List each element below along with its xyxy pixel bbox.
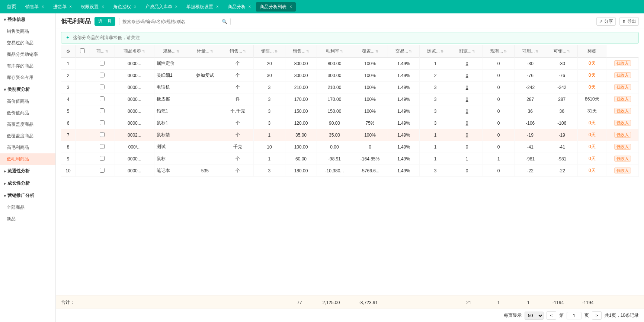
sidebar-item-category-rate[interactable]: 商品分类助销率 [0,49,55,60]
nav-item-permissions[interactable]: 权限设置 × [77,2,108,12]
sidebar-group-growth[interactable]: ▸ 成长性分析 [0,177,55,189]
sidebar-item-high-coverage[interactable]: 高覆盖度商品 [0,119,55,130]
row-checkbox[interactable] [90,141,115,153]
row-select-checkbox[interactable] [100,96,105,101]
sidebar-group-category[interactable]: ▾ 类别度分析 [0,83,55,96]
row-views1[interactable]: 0 [451,58,483,70]
close-icon[interactable]: × [289,4,292,9]
nav-item-home[interactable]: 首页 [3,2,20,12]
nav-item-purchase[interactable]: 进货单 × [49,2,76,12]
sidebar-item-low-value[interactable]: 低价值商品 [0,107,55,119]
row-views1[interactable]: 1 [451,153,483,165]
sidebar-group-circulation[interactable]: ▸ 流通性分析 [0,165,55,177]
share-button[interactable]: ↗ 分享 [596,17,616,26]
row-actions[interactable] [76,165,90,177]
row-checkbox[interactable] [90,70,115,82]
date-filter-button[interactable]: 近一月 [94,17,115,26]
row-current-stock: -19 [515,129,546,141]
data-table: ⚙ 商...⇅ 商品名称⇅ 规格...⇅ 计量...⇅ 销售...⇅ 销售...… [61,45,639,177]
row-sales-price: 170.00 [285,93,317,105]
search-input[interactable] [122,19,222,24]
row-code: 0000... [115,82,154,93]
sidebar-item-low-coverage[interactable]: 低覆盖度商品 [0,130,55,142]
prev-page-button[interactable]: ＜ [547,311,556,320]
row-select-checkbox[interactable] [100,156,105,161]
row-select-checkbox[interactable] [100,132,105,137]
row-select-checkbox[interactable] [100,61,105,66]
row-actions[interactable] [76,117,90,129]
search-icon[interactable]: 🔍 [222,19,227,24]
row-select-checkbox[interactable] [100,168,105,173]
row-select-checkbox[interactable] [100,120,105,125]
sidebar-item-traded-goods[interactable]: 交易过的商品 [0,37,55,49]
row-select-checkbox[interactable] [100,85,105,89]
row-select-checkbox[interactable] [100,108,105,113]
nav-item-analysis[interactable]: 商品分析 × [224,2,255,12]
row-checkbox[interactable] [90,93,115,105]
row-select-checkbox[interactable] [100,73,105,77]
sidebar-item-new-goods[interactable]: 新品 [0,213,55,225]
row-actions[interactable] [76,153,90,165]
row-actions[interactable] [76,70,90,82]
row-coverage: 1.49% [388,165,420,177]
row-available: -242 [546,82,578,93]
row-actions[interactable] [76,93,90,105]
col-checkbox[interactable] [76,45,90,58]
row-checkbox[interactable] [90,117,115,129]
close-icon[interactable]: × [102,4,104,9]
row-views1[interactable]: 0 [451,165,483,177]
row-code: 000/... [115,141,154,153]
row-checkbox[interactable] [90,153,115,165]
row-actions[interactable] [76,105,90,117]
share-icon: ↗ [599,19,603,24]
sidebar-item-stock-funds[interactable]: 库存资金占用 [0,72,55,83]
close-icon[interactable]: × [216,4,219,9]
nav-item-roles[interactable]: 角色授权 × [109,2,140,12]
col-settings[interactable]: ⚙ [61,45,76,58]
sidebar-group-marketing[interactable]: ▾ 营销推广分析 [0,189,55,202]
close-icon[interactable]: × [175,4,177,9]
sidebar-item-stocked-goods[interactable]: 有库存的商品 [0,60,55,72]
row-views1[interactable]: 0 [451,129,483,141]
close-icon[interactable]: × [42,4,44,9]
row-views1[interactable]: 0 [451,105,483,117]
row-views1[interactable]: 0 [451,93,483,105]
nav-item-analysis-list[interactable]: 商品分析列表 × [256,2,296,12]
select-all-checkbox[interactable] [80,48,85,53]
sidebar-item-high-value[interactable]: 高价值商品 [0,96,55,107]
row-available: -19 [546,129,578,141]
table-container[interactable]: ⚙ 商...⇅ 商品名称⇅ 规格...⇅ 计量...⇅ 销售...⇅ 销售...… [56,45,644,296]
close-icon[interactable]: × [248,4,251,9]
nav-item-products[interactable]: 产成品入库单 × [142,2,182,12]
row-checkbox[interactable] [90,58,115,70]
sidebar-item-sales-goods[interactable]: 销售类商品 [0,26,55,37]
row-tag: 低收入 [606,117,639,129]
row-views1[interactable]: 0 [451,117,483,129]
sidebar-item-high-margin[interactable]: 高毛利商品 [0,142,55,153]
total-current-stock: -1194 [547,300,569,305]
page-input[interactable] [567,312,581,319]
row-actions[interactable] [76,129,90,141]
sidebar-group-overall[interactable]: ▾ 整体信息 [0,13,55,26]
row-checkbox[interactable] [90,105,115,117]
nav-item-templates[interactable]: 单据模板设置 × [183,2,222,12]
row-sales-profit: 0.00 [317,141,352,153]
row-views1[interactable]: 0 [451,141,483,153]
close-icon[interactable]: × [134,4,137,9]
sidebar-item-all-goods[interactable]: 全部商品 [0,202,55,213]
row-actions[interactable] [76,141,90,153]
close-icon[interactable]: × [69,4,72,9]
row-checkbox[interactable] [90,165,115,177]
row-actions[interactable] [76,82,90,93]
row-views1[interactable]: 0 [451,70,483,82]
export-button[interactable]: ⬆ 导出 [619,17,639,26]
row-views1[interactable]: 0 [451,82,483,93]
per-page-select[interactable]: 50 20 100 [525,312,544,320]
row-select-checkbox[interactable] [100,144,105,149]
row-checkbox[interactable] [90,129,115,141]
row-actions[interactable] [76,58,90,70]
row-checkbox[interactable] [90,82,115,93]
sidebar-item-low-margin[interactable]: 低毛利商品 [0,153,55,165]
nav-item-sales[interactable]: 销售单 × [22,2,48,12]
next-page-button[interactable]: ＞ [592,311,602,320]
